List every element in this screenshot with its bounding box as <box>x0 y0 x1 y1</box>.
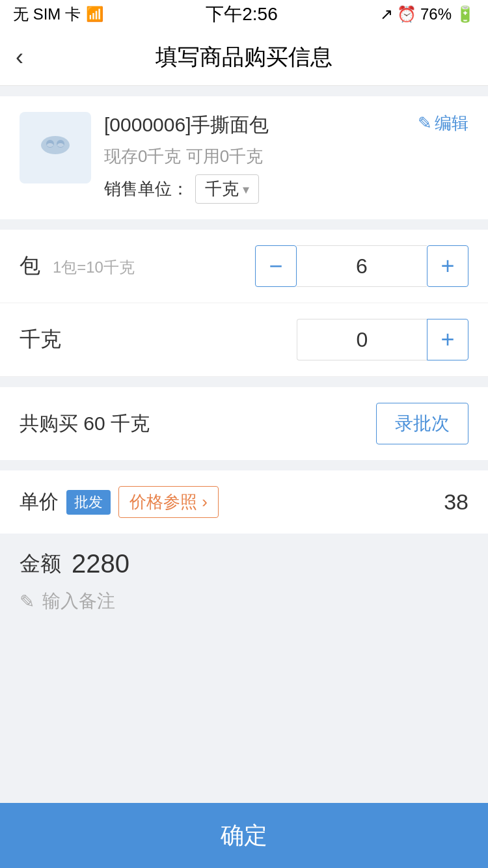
product-name: [0000006]手撕面包 <box>104 112 269 139</box>
bao-quantity-controls: − + <box>255 245 468 287</box>
page-title: 填写商品购买信息 <box>156 42 332 72</box>
location-icon: ↗ <box>380 5 393 23</box>
kg-input[interactable] <box>297 319 427 360</box>
product-header: [0000006]手撕面包 ✎ 编辑 <box>104 112 468 139</box>
status-left: 无 SIM 卡 📶 <box>13 4 103 25</box>
svg-point-3 <box>47 143 53 147</box>
bao-input[interactable] <box>297 245 427 287</box>
amount-row: 金额 2280 <box>20 549 468 578</box>
kg-quantity-controls: + <box>297 319 468 360</box>
svg-point-0 <box>41 136 70 154</box>
batch-button[interactable]: 录批次 <box>376 403 468 444</box>
back-button[interactable]: ‹ <box>16 44 23 71</box>
carrier-text: 无 SIM 卡 <box>13 4 81 25</box>
alarm-icon: ⏰ <box>397 5 416 23</box>
status-time: 下午2:56 <box>206 2 278 27</box>
note-placeholder[interactable]: 输入备注 <box>42 589 115 614</box>
product-card: [0000006]手撕面包 ✎ 编辑 现存0千克 可用0千克 销售单位： 千克 … <box>0 96 488 219</box>
kg-quantity-row: 千克 + <box>0 303 488 377</box>
product-stock: 现存0千克 可用0千克 <box>104 145 468 168</box>
edit-icon: ✎ <box>418 113 432 133</box>
bao-plus-button[interactable]: + <box>427 245 468 287</box>
price-left: 单价 批发 价格参照 › <box>20 486 219 518</box>
chevron-down-icon: ▾ <box>243 182 249 197</box>
price-label: 单价 <box>20 489 59 515</box>
kg-plus-button[interactable]: + <box>427 319 468 360</box>
bao-quantity-row: 包 1包=10千克 − + <box>0 230 488 303</box>
price-section: 单价 批发 价格参照 › 38 <box>0 470 488 534</box>
bao-hint: 1包=10千克 <box>53 258 135 276</box>
status-bar: 无 SIM 卡 📶 下午2:56 ↗ ⏰ 76% 🔋 <box>0 0 488 29</box>
amount-section: 金额 2280 ✎ 输入备注 <box>0 534 488 624</box>
product-image <box>20 112 91 183</box>
kg-label: 千克 <box>20 325 297 354</box>
total-text: 共购买 60 千克 <box>20 411 150 437</box>
price-ref-button[interactable]: 价格参照 › <box>118 486 219 518</box>
price-tag: 批发 <box>66 490 111 515</box>
amount-label: 金额 <box>20 550 61 578</box>
unit-selector[interactable]: 千克 ▾ <box>195 174 259 204</box>
status-right: ↗ ⏰ 76% 🔋 <box>380 5 475 23</box>
amount-value: 2280 <box>72 549 129 578</box>
price-value: 38 <box>444 489 468 515</box>
total-row: 共购买 60 千克 录批次 <box>0 387 488 460</box>
battery-icon: 🔋 <box>455 5 475 23</box>
wifi-icon: 📶 <box>86 6 103 23</box>
bao-minus-button[interactable]: − <box>255 245 297 287</box>
pencil-icon: ✎ <box>20 591 34 612</box>
battery-text: 76% <box>420 5 452 23</box>
confirm-button[interactable]: 确定 <box>0 803 488 868</box>
product-unit: 销售单位： 千克 ▾ <box>104 174 468 204</box>
edit-button[interactable]: ✎ 编辑 <box>418 112 468 135</box>
svg-point-4 <box>57 143 64 147</box>
note-row[interactable]: ✎ 输入备注 <box>20 589 468 614</box>
price-row: 单价 批发 价格参照 › 38 <box>20 486 468 518</box>
nav-bar: ‹ 填写商品购买信息 <box>0 29 488 86</box>
bao-label: 包 1包=10千克 <box>20 252 255 280</box>
bao-section: 包 1包=10千克 − + 千克 + <box>0 230 488 377</box>
product-info: [0000006]手撕面包 ✎ 编辑 现存0千克 可用0千克 销售单位： 千克 … <box>104 112 468 204</box>
